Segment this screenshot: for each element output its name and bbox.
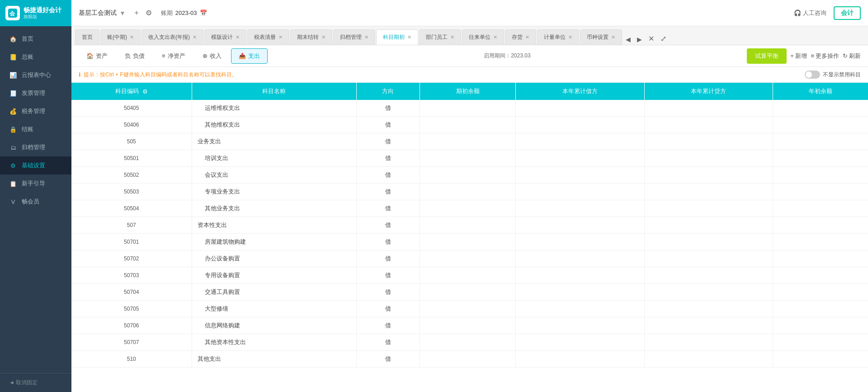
cell-ytd-debit: [516, 250, 644, 267]
cell-code: 510: [71, 351, 192, 368]
tab-home[interactable]: 首页: [75, 29, 99, 45]
add-subject-button[interactable]: + 新增: [790, 52, 807, 60]
table-row[interactable]: 507 资本性支出 借: [71, 217, 868, 234]
cell-year-opening: [773, 250, 868, 267]
table-row[interactable]: 505 业务支出 借: [71, 133, 868, 150]
sidebar-logo: 会 畅捷通好会计 旗舰版: [0, 0, 71, 26]
subtab-label-expense: 支出: [248, 52, 260, 60]
tab-close-closing[interactable]: ✕: [321, 34, 326, 40]
table-row[interactable]: 50707 其他资本性支出 借: [71, 334, 868, 351]
cell-direction: 借: [356, 284, 420, 301]
subtab-expense[interactable]: 📤 支出: [231, 48, 268, 64]
close-all-tabs-button[interactable]: ✕: [646, 33, 657, 45]
sidebar-label-closing: 结账: [22, 125, 33, 133]
tab-close-archive[interactable]: ✕: [364, 34, 368, 40]
hide-disabled-toggle[interactable]: 不显示禁用科目: [805, 71, 861, 79]
support-button[interactable]: 🎧 人工咨询: [794, 9, 826, 17]
refresh-button[interactable]: ↻ 刷新: [843, 52, 861, 60]
tab-close-currency[interactable]: ✕: [611, 34, 615, 40]
table-row[interactable]: 50705 大型修缮 借: [71, 301, 868, 317]
tab-closing[interactable]: 期末结转✕: [290, 29, 332, 45]
subtab-income2[interactable]: ⊕ 收入: [195, 48, 229, 64]
table-row[interactable]: 50503 专项业务支出 借: [71, 184, 868, 200]
company-selector[interactable]: 基层工会测试 ▼: [79, 9, 126, 17]
cell-code: 50705: [71, 301, 192, 317]
tab-inventory[interactable]: 存货✕: [505, 29, 536, 45]
cell-ytd-credit: [644, 184, 773, 200]
tab-label-currency: 币种设置: [587, 33, 609, 41]
tab-close-units[interactable]: ✕: [493, 34, 497, 40]
cell-code: 50702: [71, 250, 192, 267]
tab-template[interactable]: 模版设计✕: [204, 29, 246, 45]
sidebar-item-closing[interactable]: 🔒 结账: [0, 120, 71, 138]
sidebar-footer[interactable]: ◄ 取消固定: [0, 373, 71, 392]
sidebar-icon-invoices: 🧾: [9, 89, 17, 97]
sidebar-item-tax[interactable]: 💰 税务管理: [0, 102, 71, 120]
col-settings-icon[interactable]: ⚙: [142, 88, 148, 95]
tab-scroll-right-button[interactable]: ▶: [634, 34, 645, 45]
tab-subject_init[interactable]: 科目期初✕: [376, 29, 418, 45]
table-row[interactable]: 50405 运维维权支出 借: [71, 100, 868, 117]
table-row[interactable]: 50704 交通工具购置 借: [71, 284, 868, 301]
subtab-liability[interactable]: 负 负债: [117, 48, 152, 64]
table-row[interactable]: 50504 其他业务支出 借: [71, 200, 868, 217]
table-row[interactable]: 50701 房屋建筑物购建 借: [71, 234, 868, 250]
tab-label-inventory: 存货: [512, 33, 523, 41]
period-calendar-icon[interactable]: 📅: [200, 9, 207, 16]
tab-close-dept[interactable]: ✕: [450, 34, 454, 40]
tab-close-income[interactable]: ✕: [193, 34, 197, 40]
cell-opening: [420, 317, 516, 334]
user-role-button[interactable]: 会计: [834, 6, 861, 20]
subtab-equity[interactable]: ≡ 净资产: [154, 48, 193, 64]
tab-scroll-left-button[interactable]: ◀: [623, 34, 633, 45]
cell-ytd-credit: [644, 284, 773, 301]
tab-close-subject_init[interactable]: ✕: [407, 34, 411, 40]
settings-gear-icon[interactable]: ⚙: [146, 9, 152, 17]
balance-button[interactable]: 试算平衡: [747, 48, 787, 64]
table-row[interactable]: 50406 其他维权支出 借: [71, 117, 868, 133]
tab-archive[interactable]: 归档管理✕: [333, 29, 375, 45]
tab-close-inventory[interactable]: ✕: [525, 34, 529, 40]
sidebar-item-reports[interactable]: 📊 云报表中心: [0, 66, 71, 84]
tab-currency[interactable]: 币种设置✕: [580, 29, 622, 45]
table-row[interactable]: 50703 专用设备购置 借: [71, 267, 868, 284]
tab-period[interactable]: 账(中期)✕: [100, 29, 141, 45]
sidebar-item-archive[interactable]: 🗂 归档管理: [0, 138, 71, 156]
period-value[interactable]: 2023-03: [175, 9, 197, 16]
add-tab-button[interactable]: ＋: [133, 8, 140, 18]
table-row[interactable]: 50702 办公设备购置 借: [71, 250, 868, 267]
toggle-switch[interactable]: [805, 71, 820, 79]
more-actions-button[interactable]: ≡ 更多操作: [811, 52, 839, 60]
tab-unit_measure[interactable]: 计量单位✕: [537, 29, 579, 45]
tab-close-period[interactable]: ✕: [130, 34, 134, 40]
sidebar-item-ledger[interactable]: 📒 总账: [0, 48, 71, 66]
tab-dept[interactable]: 部门员工✕: [419, 29, 461, 45]
sidebar-item-invoices[interactable]: 🧾 发票管理: [0, 84, 71, 102]
sidebar-item-home[interactable]: 🏠 首页: [0, 30, 71, 48]
table-row[interactable]: 510 其他支出 借: [71, 351, 868, 368]
sidebar-item-member[interactable]: V 畅会员: [0, 193, 71, 211]
tab-tax[interactable]: 税表清册✕: [247, 29, 289, 45]
tab-close-template[interactable]: ✕: [236, 34, 240, 40]
toggle-label: 不显示禁用科目: [823, 71, 861, 79]
support-label: 人工咨询: [803, 9, 826, 17]
cell-name: 其他维权支出: [192, 117, 356, 133]
table-row[interactable]: 50501 培训支出 借: [71, 150, 868, 167]
tab-label-dept: 部门员工: [426, 33, 448, 41]
tab-close-tax[interactable]: ✕: [278, 34, 283, 40]
subtab-asset[interactable]: 🏠 资产: [79, 48, 115, 64]
tab-units[interactable]: 往来单位✕: [462, 29, 504, 45]
table-row[interactable]: 50706 信息网络购建 借: [71, 317, 868, 334]
tab-income[interactable]: 收入支出表(年报)✕: [142, 29, 203, 45]
sidebar-item-settings[interactable]: ⚙ 基础设置: [0, 156, 71, 175]
cell-name: 专用设备购置: [192, 267, 356, 284]
headset-icon: 🎧: [794, 9, 801, 16]
sidebar-label-ledger: 总账: [22, 53, 33, 61]
table-row[interactable]: 50502 会议支出 借: [71, 167, 868, 184]
sidebar-item-guide[interactable]: 📋 新手引导: [0, 175, 71, 193]
sidebar-icon-archive: 🗂: [9, 143, 17, 151]
cell-opening: [420, 150, 516, 167]
expand-tab-button[interactable]: ⤢: [658, 33, 669, 45]
sidebar-label-tax: 税务管理: [22, 107, 45, 115]
tab-close-unit_measure[interactable]: ✕: [568, 34, 572, 40]
